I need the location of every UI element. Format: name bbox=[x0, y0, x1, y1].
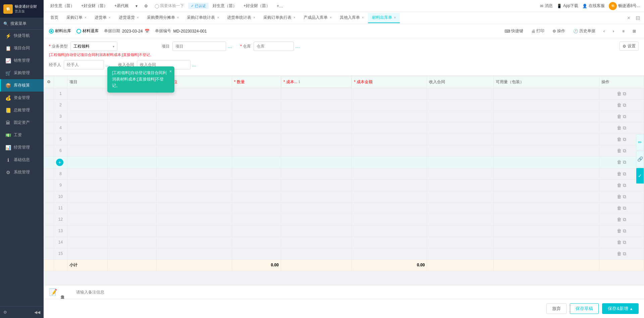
row-13-income-contract[interactable] bbox=[427, 225, 493, 236]
row-5-material[interactable] bbox=[108, 134, 157, 145]
row-10-project[interactable] bbox=[67, 191, 108, 202]
prev-btn[interactable]: ‹ bbox=[601, 28, 607, 35]
project-dots-btn[interactable]: … bbox=[227, 44, 232, 49]
topbar-item-more[interactable]: +… bbox=[274, 2, 286, 10]
topbar-settings-icon[interactable]: ⚙ bbox=[142, 2, 151, 10]
sidebar-item-business[interactable]: 📊 经营管理 bbox=[0, 141, 44, 154]
row-11-delete-btn[interactable]: 🗑 bbox=[617, 205, 622, 211]
row-7-material[interactable] bbox=[108, 156, 157, 168]
row-6-material[interactable] bbox=[108, 145, 157, 156]
row-3-material[interactable] bbox=[108, 111, 157, 122]
row-13-cost-amount[interactable] bbox=[352, 225, 427, 236]
row-15-copy-btn[interactable]: ⧉ bbox=[623, 251, 626, 257]
row-3-project[interactable] bbox=[67, 111, 108, 122]
settings-btn[interactable]: ⚙ 设置 bbox=[620, 42, 639, 51]
settings-icon[interactable]: ⚙ bbox=[3, 310, 7, 315]
row-1-copy-btn[interactable]: ⧉ bbox=[623, 91, 626, 97]
row-11-cost-amount[interactable] bbox=[352, 202, 427, 214]
tab-close-material-outbound[interactable]: × bbox=[394, 16, 396, 19]
collapse-icon[interactable]: ◀◀ bbox=[34, 310, 40, 315]
row-2-cost-amount[interactable] bbox=[352, 99, 427, 111]
print-btn[interactable]: 🖨 打印 bbox=[529, 27, 547, 35]
next-btn[interactable]: › bbox=[610, 28, 617, 35]
row-12-project[interactable] bbox=[67, 214, 108, 225]
sidebar-item-inventory[interactable]: 📦 库存核算 bbox=[0, 79, 44, 92]
row-2-unit[interactable] bbox=[157, 99, 232, 111]
project-input[interactable] bbox=[172, 42, 226, 51]
warehouse-dots-btn[interactable]: … bbox=[295, 44, 300, 49]
row-4-cost[interactable] bbox=[281, 122, 352, 134]
row-6-income-contract[interactable] bbox=[427, 145, 493, 156]
row-5-cost-amount[interactable] bbox=[352, 134, 427, 145]
row-11-income-contract[interactable] bbox=[427, 202, 493, 214]
radio-material-outbound[interactable]: 材料出库 bbox=[49, 28, 71, 34]
row-15-quantity[interactable] bbox=[232, 248, 281, 259]
search-menu-item[interactable]: 🔍 搜索菜单 bbox=[0, 18, 44, 30]
row-10-copy-btn[interactable]: ⧉ bbox=[623, 194, 626, 200]
sidebar-item-assets[interactable]: 🏛 固定资产 bbox=[0, 116, 44, 129]
row-6-cost[interactable] bbox=[281, 145, 352, 156]
tabbar-menu[interactable]: ⊟ bbox=[634, 15, 641, 21]
row-3-cost-amount[interactable] bbox=[352, 111, 427, 122]
tooltip-close[interactable]: × bbox=[169, 68, 172, 75]
row-8-delete-btn[interactable]: 🗑 bbox=[617, 171, 622, 177]
row-14-income-contract[interactable] bbox=[427, 236, 493, 248]
row-10-cost[interactable] bbox=[281, 191, 352, 202]
row-4-material[interactable] bbox=[108, 122, 157, 134]
row-7-copy-btn[interactable]: ⧉ bbox=[623, 159, 626, 165]
tab-inbound[interactable]: 进货单× bbox=[91, 13, 115, 23]
row-8-material[interactable] bbox=[108, 168, 157, 179]
row-3-delete-btn[interactable]: 🗑 bbox=[617, 114, 622, 119]
row-1-income-contract[interactable] bbox=[427, 88, 493, 99]
row-6-cost-amount[interactable] bbox=[352, 145, 427, 156]
row-5-project[interactable] bbox=[67, 134, 108, 145]
topbar-trial[interactable]: ◯ 我要体验一下 bbox=[152, 2, 187, 10]
row-11-unit[interactable] bbox=[157, 202, 232, 214]
row-8-unit[interactable] bbox=[157, 168, 232, 179]
row-9-cost-amount[interactable] bbox=[352, 179, 427, 191]
row-5-unit[interactable] bbox=[157, 134, 232, 145]
tab-close-product-inbound[interactable]: × bbox=[330, 16, 332, 19]
handler-input[interactable] bbox=[64, 60, 104, 69]
row-6-delete-btn[interactable]: 🗑 bbox=[617, 148, 622, 154]
row-1-quantity[interactable] bbox=[232, 88, 281, 99]
row-13-delete-btn[interactable]: 🗑 bbox=[617, 228, 622, 234]
row-13-cost[interactable] bbox=[281, 225, 352, 236]
topbar-user[interactable]: 畅 畅捷通8号... bbox=[609, 2, 640, 10]
topbar-item-finance2[interactable]: +好业财（苗） bbox=[241, 2, 273, 10]
topbar-item-goods2[interactable]: 好生意（苗） bbox=[210, 2, 239, 10]
tab-product-inbound[interactable]: 产成品入库单× bbox=[300, 13, 336, 23]
row-7-cost[interactable] bbox=[281, 156, 352, 168]
tab-close-inbound-return[interactable]: × bbox=[137, 16, 139, 19]
row-12-quantity[interactable] bbox=[232, 214, 281, 225]
row-8-cost-amount[interactable] bbox=[352, 168, 427, 179]
row-9-unit[interactable] bbox=[157, 179, 232, 191]
operate-btn[interactable]: ⚙ 操作 bbox=[550, 27, 568, 35]
row-4-project[interactable] bbox=[67, 122, 108, 134]
row-13-unit[interactable] bbox=[157, 225, 232, 236]
row-14-cost-amount[interactable] bbox=[352, 236, 427, 248]
add-row-button[interactable]: + bbox=[56, 159, 63, 166]
col-header-settings[interactable]: ⚙ bbox=[44, 76, 54, 88]
row-3-income-contract[interactable] bbox=[427, 111, 493, 122]
tab-close-purchase-exec[interactable]: × bbox=[293, 16, 296, 19]
row-4-quantity[interactable] bbox=[232, 122, 281, 134]
save-draft-button[interactable]: 保存草稿 bbox=[570, 303, 599, 314]
sidebar-item-system[interactable]: ⚙ 系统管理 bbox=[0, 166, 44, 178]
sidebar-item-finance[interactable]: 💰 资金管理 bbox=[0, 92, 44, 104]
topbar-item-proxy[interactable]: +易代账 bbox=[112, 2, 131, 10]
row-2-quantity[interactable] bbox=[232, 99, 281, 111]
row-6-project[interactable] bbox=[67, 145, 108, 156]
row-10-delete-btn[interactable]: 🗑 bbox=[617, 194, 622, 200]
row-5-quantity[interactable] bbox=[232, 134, 281, 145]
row-12-delete-btn[interactable]: 🗑 bbox=[617, 217, 622, 222]
discard-button[interactable]: 放弃 bbox=[546, 303, 567, 314]
history-btn[interactable]: 🕐 历史单据 bbox=[571, 27, 598, 35]
row-12-income-contract[interactable] bbox=[427, 214, 493, 225]
radio-material-return[interactable]: 材料退库 bbox=[76, 28, 99, 34]
row-5-cost[interactable] bbox=[281, 134, 352, 145]
row-14-copy-btn[interactable]: ⧉ bbox=[623, 240, 626, 245]
tab-purchase-stat[interactable]: 采购订单统计表× bbox=[183, 13, 223, 23]
row-11-project[interactable] bbox=[67, 202, 108, 214]
row-13-material[interactable] bbox=[108, 225, 157, 236]
